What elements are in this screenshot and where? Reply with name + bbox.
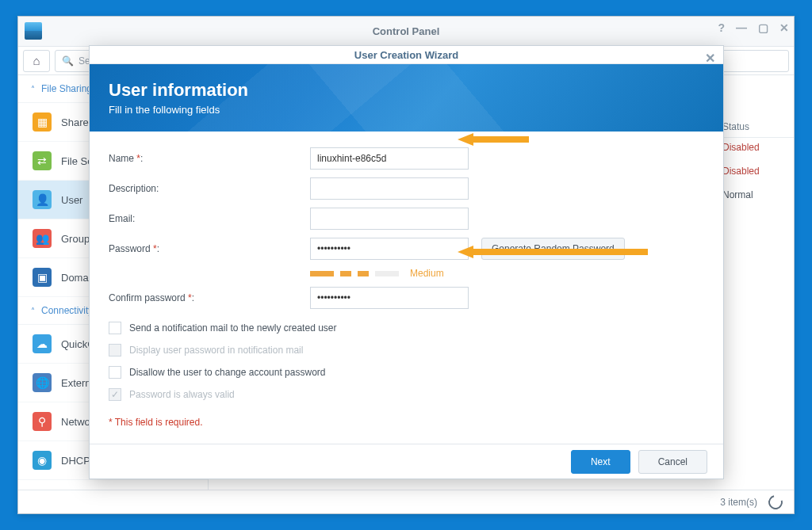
- close-icon[interactable]: ✕: [705, 51, 715, 66]
- maximize-icon[interactable]: ▢: [758, 21, 768, 34]
- user-creation-wizard: User Creation Wizard ✕ User information …: [89, 45, 724, 479]
- strength-bar: [375, 271, 399, 276]
- banner-heading: User information: [109, 80, 704, 101]
- statusbar: 3 item(s): [18, 490, 794, 513]
- name-field[interactable]: [310, 147, 469, 170]
- group-icon: 👥: [33, 229, 52, 248]
- checkbox-send-notification[interactable]: Send a notification mail to the newly cr…: [109, 317, 704, 339]
- label-email: Email:: [109, 213, 310, 224]
- system-icon: [25, 22, 42, 40]
- search-icon: 🔍: [62, 55, 74, 67]
- sidebar-item-security[interactable]: 🛡 Security: [18, 480, 208, 490]
- strength-bar: [340, 271, 351, 276]
- network-icon: ⚲: [33, 412, 52, 431]
- column-header-status[interactable]: Status: [714, 116, 794, 138]
- password-strength-meter: Medium: [310, 268, 704, 279]
- next-button[interactable]: Next: [571, 450, 630, 474]
- banner-subtitle: Fill in the following fields: [109, 104, 704, 116]
- item-count: 3 item(s): [720, 497, 757, 508]
- form: Name *: Description: Email: Password *: …: [90, 132, 723, 444]
- email-field[interactable]: [310, 208, 469, 230]
- confirm-password-field[interactable]: [310, 287, 469, 309]
- annotation-arrow: [458, 133, 529, 146]
- modal-header: User Creation Wizard ✕: [90, 46, 723, 64]
- label-name: Name *:: [109, 153, 310, 164]
- label-password: Password *:: [109, 243, 310, 254]
- checkbox-icon: [109, 366, 121, 379]
- status-column: Disabled Disabled Normal: [714, 135, 794, 207]
- description-field[interactable]: [310, 177, 469, 200]
- status-cell: Normal: [714, 183, 794, 207]
- checkbox-disallow-password-change[interactable]: Disallow the user to change account pass…: [109, 361, 704, 383]
- modal-banner: User information Fill in the following f…: [90, 64, 723, 132]
- modal-footer: Next Cancel: [90, 444, 723, 479]
- modal-title: User Creation Wizard: [354, 49, 458, 61]
- chevron-up-icon: ˄: [31, 307, 35, 315]
- status-cell: Disabled: [714, 159, 794, 183]
- folder-icon: ▦: [33, 112, 52, 132]
- strength-bar: [310, 271, 334, 276]
- password-field[interactable]: [310, 238, 469, 260]
- checkbox-icon: [109, 388, 121, 401]
- services-icon: ⇄: [33, 151, 52, 170]
- checkbox-password-always-valid: Password is always valid: [109, 383, 704, 406]
- required-note: * This field is required.: [109, 417, 704, 428]
- checkbox-icon: [109, 344, 121, 357]
- label-confirm-password: Confirm password *:: [109, 292, 310, 303]
- titlebar: Control Panel ? — ▢ ✕: [18, 17, 794, 47]
- cancel-button[interactable]: Cancel: [638, 450, 707, 474]
- generate-password-button[interactable]: Generate Random Password: [481, 238, 625, 260]
- status-cell: Disabled: [714, 135, 794, 159]
- label-description: Description:: [109, 183, 310, 194]
- minimize-icon[interactable]: —: [736, 21, 747, 34]
- chevron-up-icon: ˄: [31, 85, 35, 93]
- window-title: Control Panel: [373, 25, 440, 37]
- close-window-icon[interactable]: ✕: [779, 21, 789, 34]
- domain-icon: ▣: [33, 268, 52, 287]
- user-icon: 👤: [33, 190, 52, 209]
- strength-label: Medium: [410, 268, 444, 279]
- checkbox-icon: [109, 322, 121, 334]
- checkbox-display-password: Display user password in notification ma…: [109, 339, 704, 361]
- strength-bar: [358, 271, 369, 276]
- home-button[interactable]: ⌂: [23, 50, 50, 72]
- cloud-icon: ☁: [33, 334, 52, 353]
- reload-icon[interactable]: [766, 492, 786, 512]
- globe-icon: 🌐: [33, 373, 52, 392]
- help-icon[interactable]: ?: [718, 21, 725, 34]
- dhcp-icon: ◉: [33, 451, 52, 470]
